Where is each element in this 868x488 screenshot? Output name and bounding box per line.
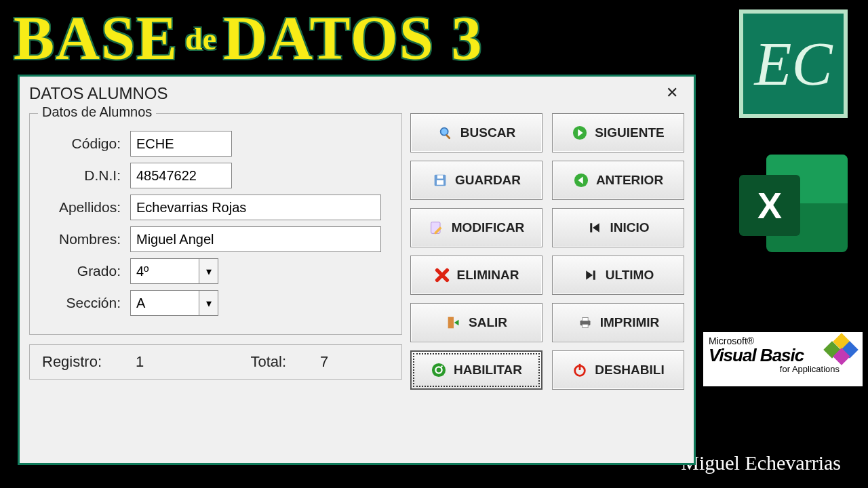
ultimo-button[interactable]: ULTIMO (552, 256, 684, 295)
svg-point-14 (432, 363, 446, 377)
svg-rect-16 (579, 364, 581, 370)
siguiente-button[interactable]: SIGUIENTE (552, 113, 684, 152)
svg-rect-5 (437, 176, 443, 179)
label-dni: D.N.I: (39, 167, 121, 184)
svg-rect-8 (591, 223, 593, 232)
deshabilitar-button[interactable]: DESHABILI (552, 350, 684, 390)
enable-icon (431, 362, 447, 378)
combo-seccion[interactable]: A ▾ (130, 290, 218, 316)
excel-logo: X (739, 149, 848, 258)
input-nombres[interactable] (130, 226, 381, 252)
page-title: BASE de DATOS 3 (14, 3, 483, 73)
svg-rect-4 (437, 180, 443, 185)
input-dni[interactable] (130, 163, 232, 188)
guardar-button[interactable]: GUARDAR (410, 161, 542, 200)
input-codigo[interactable] (130, 131, 232, 157)
label-grado: Grado: (39, 263, 121, 279)
userform-window: DATOS ALUMNOS ✕ Datos de Alumnos Código:… (18, 75, 696, 465)
record-footer: Registro: 1 Total: 7 (29, 344, 402, 380)
fieldset-datos-alumnos: Datos de Alumnos Código: D.N.I: Apellido… (29, 113, 402, 335)
edit-icon (429, 220, 445, 236)
eliminar-button[interactable]: ELIMINAR (410, 256, 542, 295)
buscar-button[interactable]: BUSCAR (410, 113, 542, 152)
fieldset-legend: Datos de Alumnos (38, 104, 156, 120)
svg-rect-9 (593, 270, 595, 280)
input-apellidos[interactable] (130, 195, 381, 220)
label-apellidos: Apellidos: (39, 199, 121, 216)
salir-button[interactable]: SALIR (410, 303, 542, 342)
window-title: DATOS ALUMNOS (29, 84, 168, 103)
chevron-down-icon: ▾ (199, 291, 218, 315)
skip-last-icon (583, 267, 599, 283)
close-button[interactable]: ✕ (660, 83, 684, 104)
habilitar-button[interactable]: HABILITAR (410, 350, 542, 390)
anterior-button[interactable]: ANTERIOR (552, 161, 684, 200)
svg-rect-13 (583, 325, 588, 328)
author-signature: Miguel Echevarrias (681, 451, 841, 474)
exit-icon (446, 314, 462, 331)
arrow-left-icon (573, 172, 589, 188)
label-registro: Registro: (42, 353, 102, 371)
inicio-button[interactable]: INICIO (552, 208, 684, 247)
arrow-right-icon (572, 125, 588, 141)
chevron-down-icon: ▾ (199, 259, 218, 283)
save-icon (432, 172, 448, 188)
svg-point-0 (441, 128, 448, 136)
search-icon (437, 125, 454, 141)
label-codigo: Código: (39, 136, 121, 152)
value-total: 7 (304, 353, 344, 371)
modificar-button[interactable]: MODIFICAR (410, 208, 542, 247)
power-icon (572, 362, 588, 378)
close-icon: ✕ (666, 84, 678, 101)
skip-first-icon (587, 220, 603, 236)
logo-ec: EC (739, 9, 848, 118)
imprimir-button[interactable]: IMPRIMIR (552, 303, 684, 342)
label-seccion: Sección: (39, 295, 121, 311)
label-nombres: Nombres: (39, 231, 121, 247)
delete-icon (434, 267, 450, 283)
svg-rect-12 (583, 318, 588, 321)
label-total: Total: (250, 353, 286, 371)
print-icon (577, 314, 593, 331)
value-registro: 1 (119, 353, 160, 371)
svg-rect-1 (446, 134, 451, 140)
svg-rect-10 (448, 317, 454, 329)
vba-logo: Microsoft® Visual Basic for Applications (703, 332, 863, 386)
combo-grado[interactable]: 4º ▾ (130, 258, 218, 284)
